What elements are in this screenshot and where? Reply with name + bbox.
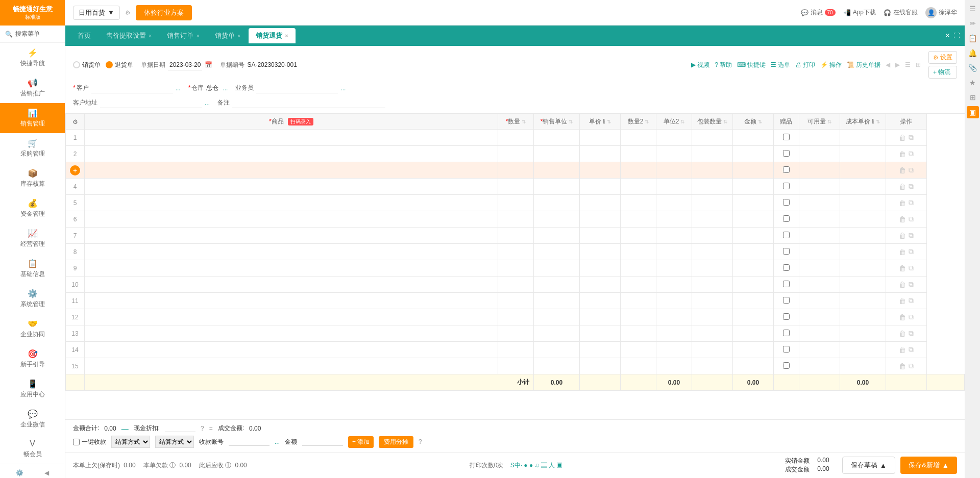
unit-price-cell-active[interactable]: [579, 162, 620, 179]
quantity-cell[interactable]: [498, 211, 533, 228]
sidebar-item-marketing[interactable]: 📢 营销推广: [0, 73, 65, 103]
amount-cell[interactable]: [732, 293, 773, 309]
gift-checkbox[interactable]: [783, 281, 790, 287]
unit-price-cell[interactable]: [579, 179, 620, 195]
unit2-cell[interactable]: [656, 244, 692, 260]
quantity2-cell[interactable]: [620, 342, 656, 358]
pack-qty-cell[interactable]: [692, 260, 732, 276]
unit2-cell[interactable]: [656, 309, 692, 325]
pack-qty-cell[interactable]: [692, 325, 732, 342]
amount-cell[interactable]: [732, 228, 773, 244]
available-cell[interactable]: [799, 325, 840, 342]
product-cell[interactable]: [85, 244, 498, 260]
delete-icon[interactable]: 🗑: [899, 150, 906, 158]
sidebar-item-finance[interactable]: 💰 资金管理: [0, 193, 65, 223]
quantity-cell[interactable]: [498, 325, 533, 342]
print-btn[interactable]: 🖨 打印: [795, 61, 815, 69]
account-more-icon[interactable]: ...: [275, 438, 280, 445]
sales-unit-cell[interactable]: [533, 228, 579, 244]
delete-icon[interactable]: 🗑: [899, 183, 906, 191]
sales-unit-cell-active[interactable]: [533, 162, 579, 179]
quantity-cell-active[interactable]: [498, 162, 533, 179]
cost-unit-cell[interactable]: [840, 309, 886, 325]
tab-home[interactable]: 首页: [70, 28, 98, 43]
product-cell[interactable]: [85, 276, 498, 293]
copy-icon[interactable]: ⧉: [909, 280, 914, 289]
unit-price-cell[interactable]: [579, 293, 620, 309]
copy-icon[interactable]: ⧉: [909, 296, 914, 305]
available-cell[interactable]: [799, 342, 840, 358]
gift-checkbox-active[interactable]: [783, 166, 790, 173]
unit-price-cell[interactable]: [579, 358, 620, 374]
available-cell[interactable]: [799, 276, 840, 293]
tab-sales-order[interactable]: 销售订单 ×: [160, 28, 206, 43]
quantity2-cell[interactable]: [620, 228, 656, 244]
available-cell-active[interactable]: [799, 162, 840, 179]
status-bar-icons[interactable]: S中· ● ● ♫ ▤ 人 ▣: [510, 462, 563, 469]
cost-unit-cell[interactable]: [840, 228, 886, 244]
copy-icon[interactable]: ⧉: [909, 345, 914, 354]
sidebar-item-guide[interactable]: 🎯 新手引导: [0, 344, 65, 374]
product-cell[interactable]: [85, 325, 498, 342]
delete-icon[interactable]: 🗑: [899, 166, 906, 174]
product-cell[interactable]: [85, 358, 498, 374]
gift-checkbox[interactable]: [783, 330, 790, 336]
sidebar-item-apps[interactable]: 📱 应用中心: [0, 374, 65, 404]
cash-discount-input[interactable]: [165, 424, 195, 432]
gift-checkbox[interactable]: [783, 183, 790, 189]
maximize-icon[interactable]: ⛶: [953, 32, 960, 39]
quantity-cell[interactable]: [498, 276, 533, 293]
quantity2-cell[interactable]: [620, 293, 656, 309]
gift-cell[interactable]: [773, 146, 799, 162]
quantity2-cell[interactable]: [620, 358, 656, 374]
sidebar-item-enterprise[interactable]: 🤝 企业协同: [0, 314, 65, 344]
account-input[interactable]: [229, 438, 270, 446]
copy-icon[interactable]: ⧉: [909, 198, 914, 207]
right-icon-8[interactable]: ▣: [967, 106, 979, 118]
delete-icon[interactable]: 🗑: [899, 248, 906, 256]
pack-qty-cell[interactable]: [692, 179, 732, 195]
pack-qty-cell-active[interactable]: [692, 162, 732, 179]
gift-checkbox[interactable]: [783, 362, 790, 369]
right-icon-2[interactable]: ✏: [967, 17, 979, 30]
customer-more-icon[interactable]: ...: [176, 85, 181, 92]
salesperson-more-icon[interactable]: ...: [340, 85, 346, 92]
quantity-cell[interactable]: [498, 244, 533, 260]
delete-icon[interactable]: 🗑: [899, 281, 906, 289]
date-value[interactable]: 2023-03-20: [168, 60, 202, 70]
available-cell[interactable]: [799, 260, 840, 276]
radio-delivery[interactable]: 销货单: [73, 61, 101, 69]
col-settings[interactable]: ⚙: [66, 114, 85, 130]
quantity2-cell[interactable]: [620, 130, 656, 146]
unit-price-cell[interactable]: [579, 309, 620, 325]
scan-badge[interactable]: 扫码录入: [288, 118, 313, 125]
select-btn[interactable]: ☰ 选单: [771, 61, 790, 69]
sales-unit-cell[interactable]: [533, 195, 579, 211]
unit-price-cell[interactable]: [579, 342, 620, 358]
quantity-cell[interactable]: [498, 342, 533, 358]
sidebar-item-wechat[interactable]: 💬 企业微信: [0, 404, 65, 434]
cost-unit-cell[interactable]: [840, 211, 886, 228]
gift-cell[interactable]: [773, 325, 799, 342]
right-icon-7[interactable]: ⊞: [967, 91, 979, 104]
gift-checkbox[interactable]: [783, 313, 790, 320]
gift-cell[interactable]: [773, 358, 799, 374]
quantity-cell[interactable]: [498, 146, 533, 162]
delete-icon[interactable]: 🗑: [899, 134, 906, 142]
tab-sales-delivery-close[interactable]: ×: [237, 33, 240, 39]
product-cell[interactable]: [85, 260, 498, 276]
tab-price-settings-close[interactable]: ×: [149, 33, 152, 39]
cost-unit-cell[interactable]: [840, 195, 886, 211]
product-cell[interactable]: [85, 293, 498, 309]
sales-unit-cell[interactable]: [533, 211, 579, 228]
amount-input[interactable]: [302, 438, 343, 446]
settings-icon[interactable]: ⚙: [125, 9, 131, 16]
one-click-check[interactable]: [73, 439, 80, 445]
unit2-cell[interactable]: [656, 195, 692, 211]
cost-unit-cell[interactable]: [840, 325, 886, 342]
amount-cell[interactable]: [732, 130, 773, 146]
amount-cell[interactable]: [732, 342, 773, 358]
pack-qty-cell[interactable]: [692, 293, 732, 309]
sidebar-collapse-icon[interactable]: ◀: [44, 469, 49, 476]
unit2-cell[interactable]: [656, 293, 692, 309]
